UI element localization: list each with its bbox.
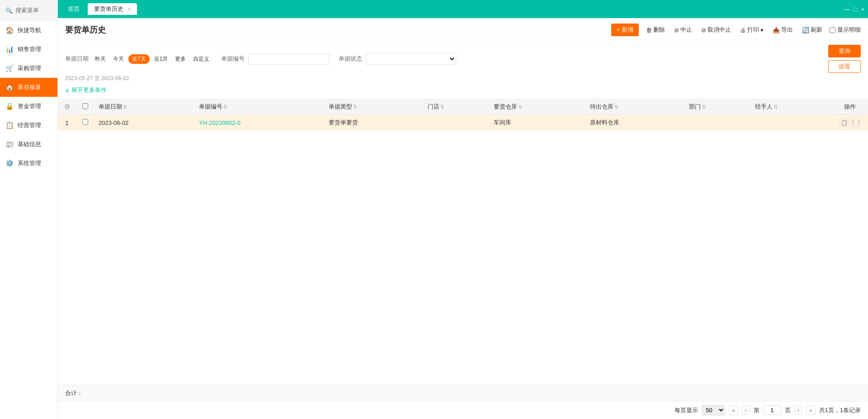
col-handler: 经手人⇅ [750, 99, 832, 115]
sidebar-item-operations[interactable]: 📋 经营管理 [0, 116, 57, 135]
query-button[interactable]: 查询 [828, 45, 861, 57]
date-btn-7days[interactable]: 近7天 [128, 54, 150, 64]
sort-store-icon[interactable]: ⇅ [440, 104, 444, 110]
date-range-display: 2023-05-27 至 2023-06-02 [65, 75, 861, 82]
col-doc-type: 单据类型⇅ [324, 99, 423, 115]
table-container: ⚙ 单据日期⇅ 单据编号⇅ 单据类型⇅ [58, 99, 868, 385]
sort-doc-date-icon[interactable]: ⇅ [123, 104, 127, 110]
prev-page-button[interactable]: ‹ [742, 406, 750, 415]
row-handler [750, 115, 832, 131]
doc-status-select[interactable] [366, 53, 456, 65]
sort-department-icon[interactable]: ⇅ [702, 104, 706, 110]
doc-number-label: 单据编号 [221, 55, 245, 63]
row-actions: 📋 ⋮⋮ [832, 115, 868, 131]
row-checkbox[interactable] [82, 119, 88, 125]
view-action-icon[interactable]: 📋 [840, 118, 849, 127]
settings-button[interactable]: 设置 [828, 60, 861, 73]
sidebar-item-label: 采购管理 [18, 64, 41, 72]
sidebar-item-label: 销售管理 [18, 45, 41, 53]
page-label-first: 第 [754, 406, 760, 414]
export-button[interactable]: 📤 导出 [771, 25, 795, 35]
select-all-checkbox[interactable] [82, 103, 88, 109]
page-header: 要货单历史 + 新增 🗑 删除 ⊘ 中止 ⊘ 取消中止 🖨 打印 [58, 18, 868, 40]
data-table: ⚙ 单据日期⇅ 单据编号⇅ 单据类型⇅ [58, 99, 868, 131]
col-action: 操作 [832, 99, 868, 115]
export-icon: 📤 [773, 27, 780, 33]
sidebar-item-sales[interactable]: 📊 销售管理 [0, 40, 57, 59]
total-info: 共1页，1条记录 [819, 406, 861, 414]
date-btn-today[interactable]: 今天 [110, 54, 127, 64]
expand-filter-label: 展开更多条件 [71, 86, 107, 94]
stop-button[interactable]: ⊘ 中止 [672, 25, 694, 35]
tab-home[interactable]: 首页 [61, 3, 86, 15]
window-maximize-icon[interactable]: □ [854, 6, 858, 13]
finance-icon: 🔒 [5, 102, 14, 110]
show-detail-checkbox[interactable] [830, 27, 835, 33]
sidebar-item-basic-info[interactable]: 📰 基础信息 [0, 135, 57, 154]
tab-history-label: 要货单历史 [94, 5, 123, 13]
more-action-icon[interactable]: ⋮⋮ [851, 118, 860, 127]
row-doc-number: YH-20230602-0 [194, 115, 324, 131]
sort-pending-warehouse-icon[interactable]: ⇅ [614, 104, 618, 110]
add-button[interactable]: + 新增 [611, 24, 639, 36]
cancel-stop-button[interactable]: ⊘ 取消中止 [699, 25, 733, 35]
delete-button[interactable]: 🗑 删除 [644, 25, 667, 35]
doc-number-input[interactable] [248, 53, 330, 65]
date-btn-1month[interactable]: 近1月 [151, 54, 171, 64]
sort-handler-icon[interactable]: ⇅ [774, 104, 778, 110]
sidebar-search[interactable]: 🔍 搜索菜单 [0, 0, 57, 21]
row-index: 1 [58, 115, 76, 131]
date-btn-more[interactable]: 更多 [172, 54, 189, 64]
page-area: 要货单历史 + 新增 🗑 删除 ⊘ 中止 ⊘ 取消中止 🖨 打印 [58, 18, 868, 419]
row-department [684, 115, 750, 131]
col-settings: ⚙ [58, 99, 76, 115]
page-number-input[interactable] [763, 405, 781, 415]
operations-icon: 📋 [5, 121, 14, 129]
doc-number-filter-group: 单据编号 [221, 53, 330, 65]
refresh-button[interactable]: 🔄 刷新 [800, 25, 824, 35]
sidebar-item-label: 资金管理 [18, 102, 41, 110]
sidebar-item-purchase[interactable]: 🛒 采购管理 [0, 59, 57, 78]
pagination: 每页显示 50 100 « ‹ 第 页 › » 共1页，1条记录 [58, 401, 868, 419]
col-store: 门店⇅ [423, 99, 489, 115]
print-button[interactable]: 🖨 打印 ▾ [738, 25, 765, 35]
print-icon: 🖨 [740, 27, 746, 33]
sidebar-item-finance[interactable]: 🔒 资金管理 [0, 97, 57, 116]
sidebar: 🔍 搜索菜单 🏠 快捷导航 📊 销售管理 🛒 采购管理 🏠 库存核算 🔒 资金管… [0, 0, 58, 419]
date-filter-label: 单据日期 [65, 55, 89, 63]
sort-req-warehouse-icon[interactable]: ⇅ [518, 104, 522, 110]
sidebar-item-inventory[interactable]: 🏠 库存核算 [0, 78, 57, 97]
date-btn-custom[interactable]: 自定义 [190, 54, 212, 64]
gear-icon[interactable]: ⚙ [64, 103, 70, 110]
main-area: 首页 要货单历史 × — □ × 要货单历史 + 新增 🗑 删除 ⊘ 中 [58, 0, 868, 419]
tab-close-icon[interactable]: × [128, 6, 131, 12]
sort-doc-type-icon[interactable]: ⇅ [353, 104, 357, 110]
show-detail-label: 显示明细 [837, 26, 861, 34]
tab-home-label: 首页 [68, 5, 80, 13]
window-close-icon[interactable]: × [861, 6, 864, 13]
sidebar-item-label: 基础信息 [18, 140, 41, 148]
sort-doc-number-icon[interactable]: ⇅ [223, 104, 227, 110]
sidebar-item-label: 库存核算 [18, 83, 41, 91]
last-page-button[interactable]: » [806, 406, 816, 415]
inventory-icon: 🏠 [5, 83, 14, 91]
next-page-button[interactable]: › [794, 406, 802, 415]
sidebar-item-system[interactable]: ⚙️ 系统管理 [0, 154, 57, 173]
page-title: 要货单历史 [65, 24, 106, 35]
sidebar-item-quick-nav[interactable]: 🏠 快捷导航 [0, 21, 57, 40]
refresh-icon: 🔄 [802, 27, 809, 33]
per-page-select[interactable]: 50 100 [702, 405, 725, 415]
filter-row: 单据日期 昨天 今天 近7天 近1月 更多 自定义 单据编号 [65, 45, 861, 73]
per-page-label: 每页显示 [675, 406, 698, 414]
expand-filter-button[interactable]: ∨ 展开更多条件 [65, 86, 861, 94]
chevron-down-icon: ∨ [65, 87, 70, 94]
print-dropdown-icon: ▾ [760, 27, 764, 33]
tab-history[interactable]: 要货单历史 × [88, 3, 137, 15]
show-detail-check[interactable]: 显示明细 [830, 26, 861, 34]
cancel-stop-icon: ⊘ [701, 27, 706, 33]
table-row: 1 2023-06-02 YH-20230602-0 要货单要货 车间库 原材料… [58, 115, 868, 131]
window-minimize-icon[interactable]: — [844, 6, 850, 13]
date-btn-yesterday[interactable]: 昨天 [92, 54, 108, 64]
doc-number-link[interactable]: YH-20230602-0 [199, 119, 241, 126]
first-page-button[interactable]: « [729, 406, 738, 415]
